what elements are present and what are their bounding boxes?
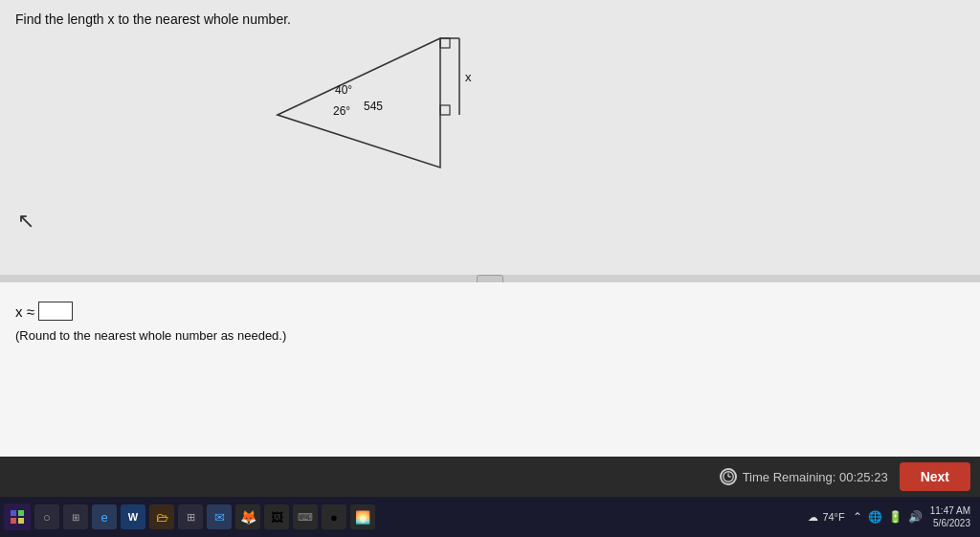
timer-icon [720, 468, 737, 485]
wifi-icon[interactable]: 🌐 [868, 510, 882, 524]
taskbar: ○ ⊞ e W 🗁 ⊞ ✉ 🦊 🖼 ⌨ ● 🌅 ☁ 74°F ⌃ 🌐 [0, 497, 980, 537]
task-view-button[interactable]: ⊞ [63, 504, 88, 529]
edge-icon[interactable]: e [92, 504, 117, 529]
photos-icon[interactable]: 🖼 [264, 504, 289, 529]
answer-line: x ≈ [15, 302, 965, 321]
cloud-icon: ☁ [808, 511, 818, 524]
answer-input[interactable] [38, 302, 73, 321]
search-button[interactable]: ○ [34, 504, 59, 529]
clock-section[interactable]: 11:47 AM 5/6/2023 [930, 504, 970, 529]
gallery-icon[interactable]: 🌅 [350, 504, 375, 529]
timer-label: Time Remaining: 00:25:23 [743, 470, 888, 484]
next-button[interactable]: Next [900, 462, 970, 491]
mail-icon[interactable]: ✉ [207, 504, 232, 529]
answer-area: x ≈ (Round to the nearest whole number a… [0, 282, 980, 459]
diagram-svg: 40° 26° 545 x [249, 19, 517, 201]
start-button[interactable] [4, 503, 31, 530]
temperature: 74°F [822, 511, 844, 523]
timer-section: Time Remaining: 00:25:23 [720, 468, 888, 485]
svg-rect-15 [18, 518, 24, 524]
taskbar-right: ☁ 74°F ⌃ 🌐 🔋 🔊 11:47 AM 5/6/2023 [808, 504, 976, 529]
cursor-arrow: ↖ [17, 209, 34, 234]
svg-rect-14 [11, 518, 16, 524]
file-explorer-icon[interactable]: 🗁 [149, 504, 174, 529]
system-icons: ⌃ 🌐 🔋 🔊 [853, 510, 923, 524]
network-icon[interactable]: ⌃ [853, 510, 862, 524]
svg-text:26°: 26° [333, 104, 350, 118]
question-area: Find the length x to the nearest whole n… [0, 0, 980, 282]
word-icon[interactable]: W [121, 504, 145, 529]
apps-icon[interactable]: ⊞ [178, 504, 203, 529]
svg-text:x: x [465, 70, 472, 84]
keyboard-icon[interactable]: ⌨ [293, 504, 318, 529]
battery-icon[interactable]: 🔋 [888, 510, 902, 524]
clock-date: 5/6/2023 [930, 517, 970, 529]
firefox-icon[interactable]: 🦊 [235, 504, 260, 529]
clock-time: 11:47 AM [930, 504, 970, 517]
svg-rect-4 [440, 105, 450, 115]
bottom-toolbar: Time Remaining: 00:25:23 Next [0, 457, 980, 497]
round-note: (Round to the nearest whole number as ne… [15, 328, 965, 343]
svg-rect-13 [18, 510, 24, 516]
volume-icon[interactable]: 🔊 [908, 510, 923, 524]
svg-text:40°: 40° [335, 83, 352, 97]
weather-display: ☁ 74°F [808, 511, 844, 524]
svg-marker-0 [278, 38, 440, 168]
svg-rect-3 [440, 38, 450, 48]
svg-rect-12 [11, 510, 16, 516]
answer-prefix: x ≈ [15, 303, 34, 320]
chrome-icon[interactable]: ● [322, 504, 346, 529]
svg-text:545: 545 [364, 100, 383, 113]
